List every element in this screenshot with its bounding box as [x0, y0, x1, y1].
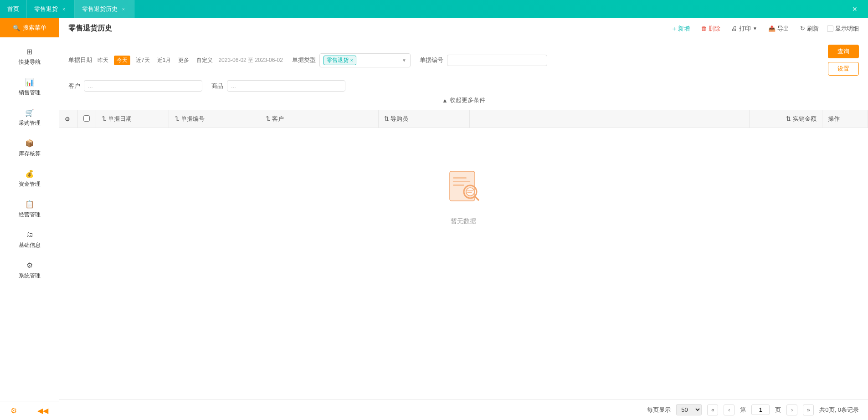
sidebar-search-label: 搜索菜单: [23, 24, 46, 32]
tab-home-label: 首页: [7, 5, 19, 13]
date-btn-1month[interactable]: 近1月: [155, 56, 173, 65]
date-btn-yesterday[interactable]: 昨天: [96, 56, 110, 65]
sidebar-item-system-mgmt[interactable]: ⚙ 系统管理: [0, 255, 59, 285]
new-label: 新增: [678, 25, 690, 33]
sidebar-item-inventory-label: 库存核算: [19, 150, 41, 158]
finance-icon: 💰: [25, 169, 35, 179]
sidebar-item-sales-mgmt[interactable]: 📊 销售管理: [0, 72, 59, 102]
bill-no-label: 单据编号: [420, 56, 443, 64]
sidebar-item-finance-label: 资金管理: [19, 180, 41, 188]
bill-type-label: 单据类型: [292, 56, 316, 64]
col-checkbox[interactable]: [77, 110, 96, 128]
empty-state: 暂无数据: [59, 128, 868, 262]
sidebar: 🔍 搜索菜单 ⊞ 快捷导航 📊 销售管理 🛒 采购管理 📦 库存核算 💰: [0, 18, 59, 420]
delete-button[interactable]: 🗑 删除: [698, 23, 723, 35]
tab-retail-return-history-close[interactable]: ×: [120, 6, 127, 12]
goods-input[interactable]: [227, 80, 345, 92]
goods-label: 商品: [211, 82, 223, 90]
filter-actions: 查询 设置: [828, 45, 859, 76]
col-customer[interactable]: ⇅ 客户: [260, 110, 378, 128]
sidebar-item-operation[interactable]: 📋 经营管理: [0, 194, 59, 224]
tab-home[interactable]: 首页: [0, 0, 27, 18]
table-area: ⚙ ⇅ 单据日期 ⇅ 单据编号 ⇅ 客户: [59, 110, 868, 399]
sidebar-item-finance[interactable]: 💰 资金管理: [0, 163, 59, 194]
tab-bar: 首页 零售退货 × 零售退货历史 ×: [0, 0, 848, 18]
inventory-icon: 📦: [25, 138, 35, 148]
content-area: 零售退货历史 + 新增 🗑 删除 🖨 打印 ▼ 📤 导出: [59, 18, 868, 420]
customer-input[interactable]: [84, 80, 202, 92]
bill-type-tag: 零售退货 ×: [324, 56, 356, 65]
goods-filter: 商品: [211, 80, 345, 92]
sidebar-collapse-button[interactable]: ◀◀: [34, 405, 52, 417]
column-settings-icon[interactable]: ⚙: [65, 116, 70, 123]
page-size-select[interactable]: 50 10 20 100: [676, 404, 702, 415]
query-button[interactable]: 查询: [828, 45, 859, 58]
delete-icon: 🗑: [701, 25, 707, 32]
export-button[interactable]: 📤 导出: [765, 23, 792, 35]
page-number-input[interactable]: [751, 405, 770, 415]
date-btn-custom[interactable]: 自定义: [195, 56, 215, 65]
pagination-bar: 每页显示 50 10 20 100 « ‹ 第 页 › » 共0页, 0条记录: [59, 399, 868, 420]
page-last-icon: »: [807, 407, 810, 413]
bill-date-label: 单据日期: [68, 56, 92, 64]
col-customer-label: ⇅ 客户: [266, 115, 284, 122]
page-title: 零售退货历史: [68, 24, 112, 33]
col-settings[interactable]: ⚙: [59, 110, 77, 128]
sidebar-item-sales-mgmt-label: 销售管理: [19, 89, 41, 97]
date-btn-7days[interactable]: 近7天: [134, 56, 152, 65]
sidebar-item-quick-nav[interactable]: ⊞ 快捷导航: [0, 41, 59, 72]
bill-type-select[interactable]: 零售退货 × ▼: [319, 53, 411, 67]
operation-icon: 📋: [25, 199, 35, 209]
tab-retail-return-close[interactable]: ×: [61, 6, 67, 12]
empty-row: 暂无数据: [59, 128, 868, 262]
svg-point-5: [466, 188, 474, 196]
table-header-row: ⚙ ⇅ 单据日期 ⇅ 单据编号 ⇅ 客户: [59, 110, 868, 128]
sidebar-search-button[interactable]: 🔍 搜索菜单: [0, 18, 59, 37]
sidebar-bottom: ⚙ ◀◀: [0, 401, 59, 420]
col-amount[interactable]: ⇅ 实销金额: [750, 110, 822, 128]
bill-no-filter: 单据编号: [420, 55, 547, 66]
export-icon: 📤: [768, 25, 776, 32]
tab-retail-return-history[interactable]: 零售退货历史 ×: [75, 0, 134, 18]
col-guide[interactable]: ⇅ 导购员: [378, 110, 469, 128]
sidebar-item-operation-label: 经营管理: [19, 211, 41, 219]
filter-row-1: 单据日期 昨天 今天 近7天 近1月 更多 自定义 2023-06-02 至 2…: [68, 45, 859, 76]
sidebar-item-purchase-mgmt-label: 采购管理: [19, 119, 41, 127]
col-bill-no[interactable]: ⇅ 单据编号: [169, 110, 260, 128]
bill-type-tag-text: 零售退货: [327, 56, 349, 64]
print-button[interactable]: 🖨 打印 ▼: [729, 23, 760, 35]
new-button[interactable]: + 新增: [669, 23, 693, 35]
sidebar-item-purchase-mgmt[interactable]: 🛒 采购管理: [0, 102, 59, 133]
svg-line-6: [475, 196, 478, 200]
collapse-label: 收起更多条件: [450, 96, 485, 104]
customer-filter: 客户: [68, 80, 202, 92]
export-label: 导出: [777, 25, 789, 33]
filter-settings-button[interactable]: 设置: [828, 62, 859, 76]
sidebar-item-quick-nav-label: 快捷导航: [19, 58, 41, 66]
sidebar-gear-button[interactable]: ⚙: [7, 405, 21, 417]
display-toggle[interactable]: 显示明细: [827, 25, 859, 33]
select-all-checkbox[interactable]: [83, 115, 90, 122]
window-close-button[interactable]: ×: [848, 5, 861, 14]
sidebar-item-base-info[interactable]: 🗂 基础信息: [0, 224, 59, 255]
col-guide-label: ⇅ 导购员: [384, 115, 409, 122]
print-icon: 🖨: [731, 25, 737, 32]
date-btn-more[interactable]: 更多: [176, 56, 191, 65]
collapse-button[interactable]: ▲ 收起更多条件: [442, 96, 485, 104]
sidebar-item-inventory[interactable]: 📦 库存核算: [0, 133, 59, 163]
date-btn-today[interactable]: 今天: [114, 56, 130, 65]
col-bill-date[interactable]: ⇅ 单据日期: [96, 110, 169, 128]
page-next-button[interactable]: ›: [786, 405, 797, 415]
display-toggle-checkbox[interactable]: [827, 26, 833, 32]
refresh-button[interactable]: ↻ 刷新: [797, 23, 822, 35]
page-prev-button[interactable]: ‹: [724, 405, 734, 415]
bill-type-tag-close[interactable]: ×: [350, 58, 353, 63]
bill-no-input[interactable]: [447, 55, 547, 66]
filter-row-2: 客户 商品: [68, 80, 859, 92]
page-unit-label: 页: [775, 406, 781, 414]
tab-retail-return[interactable]: 零售退货 ×: [27, 0, 75, 18]
page-last-button[interactable]: »: [803, 405, 814, 415]
page-first-button[interactable]: «: [707, 405, 718, 415]
page-prev-icon: ‹: [728, 407, 730, 413]
search-icon: 🔍: [13, 25, 20, 31]
